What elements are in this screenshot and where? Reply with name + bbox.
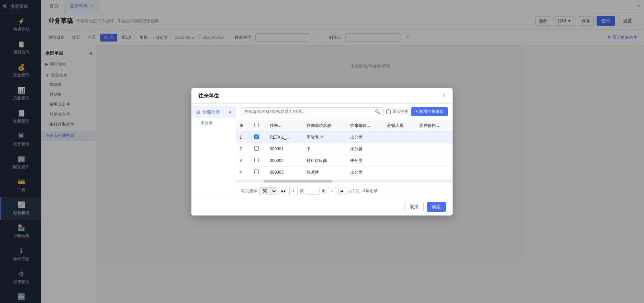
row-checkbox[interactable] [251,155,266,166]
row-price [416,143,453,155]
col-checkbox[interactable] [251,120,266,132]
col-category: 往来单位... [347,120,384,132]
row-code: RETAIL_... [266,131,303,143]
per-page-label: 每页显示 [241,188,257,194]
dialog-toolbar: 🔍 显示停用 + 新增往来单位 [236,104,453,120]
dialog-sidebar-collapse[interactable]: ◀ [228,110,231,114]
table-row[interactable]: 2 000001 甲 未分类 [236,143,453,155]
dialog-unclassified[interactable]: 未分类 [191,118,236,128]
dialog-actions: 取消 确定 [191,198,453,215]
current-page-input[interactable]: 1 [306,188,320,195]
dialog-table-header-row: ⚙ 往来... 往来单位名称 往来单位... 分管人员 客户价格... [236,120,453,132]
dialog-search-box[interactable]: 🔍 [241,107,384,116]
col-code: 往来... [266,120,303,132]
row-num: 3 [236,155,251,166]
row-name: 甲 [303,143,347,155]
dialog-body: ⊞ 全部分类 ◀ 未分类 🔍 显示停用 [191,104,453,198]
row-code: 000002 [266,155,303,166]
counterparty-dialog: 往来单位 × ⊞ 全部分类 ◀ 未分类 🔍 [191,88,453,215]
col-manager: 分管人员 [384,120,416,132]
dialog-table-wrap: ⚙ 往来... 往来单位名称 往来单位... 分管人员 客户价格... 1 [236,120,453,184]
add-counterparty-btn[interactable]: + 新增往来单位 [411,107,448,116]
row-name: 张师傅 [303,166,347,178]
row-checkbox[interactable] [251,166,266,178]
row-manager [384,131,416,143]
dialog-title: 往来单位 [198,93,219,99]
grid-icon: ⊞ [196,109,200,115]
col-price: 客户价格... [416,120,453,132]
row-category: 未分类 [347,143,384,155]
row-price [416,131,453,143]
col-name: 往来单位名称 [303,120,347,132]
show-disabled-label[interactable]: 显示停用 [386,109,409,115]
dialog-sidebar: ⊞ 全部分类 ◀ 未分类 [191,104,236,198]
row-code: 000003 [266,166,303,178]
row-num: 4 [236,166,251,178]
confirm-btn[interactable]: 确定 [427,202,446,212]
row-num: 2 [236,143,251,155]
row-checkbox[interactable] [251,131,266,143]
horizontal-scrollbar[interactable] [236,180,453,183]
row-checkbox[interactable] [251,143,266,155]
search-icon: 🔍 [375,109,380,114]
row-num: 1 [236,131,251,143]
select-all-checkbox[interactable] [254,123,259,127]
row-manager [384,155,416,166]
dialog-all-category[interactable]: ⊞ 全部分类 ◀ [191,106,236,118]
row-manager [384,166,416,178]
first-page-btn[interactable]: ⏮ [279,187,287,195]
cancel-btn[interactable]: 取消 [404,202,424,212]
dialog-search-input[interactable] [244,109,373,114]
dialog-main: 🔍 显示停用 + 新增往来单位 ⚙ [236,104,453,198]
dialog-footer-bar: 每页显示 50 100 ⏮ ‹ 第 1 页 › ⏭ 共1页，4条记录 [236,184,453,198]
scrollbar-thumb[interactable] [264,180,332,183]
prev-page-btn[interactable]: ‹ [289,187,298,195]
total-label: 共1页，4条记录 [348,188,378,194]
table-row[interactable]: 3 000002 材料供应商 未分类 [236,155,453,166]
row-category: 未分类 [347,131,384,143]
dialog-pagination: 每页显示 50 100 ⏮ ‹ 第 1 页 › ⏭ 共1页，4条记录 [241,187,378,195]
page-suffix: 页 [322,188,326,194]
col-settings[interactable]: ⚙ [236,120,251,132]
dialog-header: 往来单位 × [191,88,453,104]
row-code: 000001 [266,143,303,155]
row-category: 未分类 [347,155,384,166]
row-name: 零散客户 [303,131,347,143]
last-page-btn[interactable]: ⏭ [338,187,346,195]
row-price [416,155,453,166]
next-page-btn[interactable]: › [328,187,336,195]
page-prefix: 第 [300,188,304,194]
row-name: 材料供应商 [303,155,347,166]
dialog-table: ⚙ 往来... 往来单位名称 往来单位... 分管人员 客户价格... 1 [236,120,453,178]
row-category: 未分类 [347,166,384,178]
show-disabled-checkbox[interactable] [386,109,391,114]
row-manager [384,143,416,155]
modal-overlay: 往来单位 × ⊞ 全部分类 ◀ 未分类 🔍 [0,0,644,303]
table-row[interactable]: 1 RETAIL_... 零散客户 未分类 [236,131,453,143]
dialog-close-btn[interactable]: × [443,93,446,99]
row-price [416,166,453,178]
per-page-select[interactable]: 50 100 [259,187,277,195]
table-row[interactable]: 4 000003 张师傅 未分类 [236,166,453,178]
